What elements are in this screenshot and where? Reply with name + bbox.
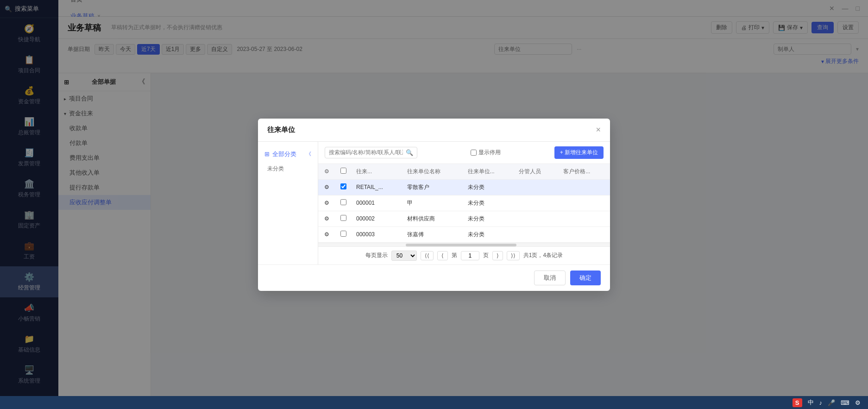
- row-price: [559, 211, 610, 227]
- grid-icon: ⊞: [264, 151, 270, 157]
- modal-table-body: ⚙ RETAIL_... 零散客户 未分类 ⚙ 000001 甲 未分类 ⚙ 0…: [318, 179, 610, 242]
- modal-header: 往来单位 ×: [258, 119, 610, 142]
- row-code: 000003: [352, 227, 403, 242]
- modal-pagination: 每页显示 50 100 ⟨⟨ ⟨ 第 页 ⟩ ⟩⟩ 共1页，4条记录: [318, 246, 610, 264]
- row-name: 张嘉傅: [403, 227, 463, 242]
- modal-title: 往来单位: [267, 126, 295, 134]
- th-name: 往来单位名称: [403, 164, 463, 180]
- th-settings: ⚙: [318, 164, 335, 180]
- row-checkbox-cell: [335, 195, 352, 211]
- modal-toolbar: 🔍 显示停用 + 新增往来单位: [318, 142, 610, 164]
- modal-body: ⊞ 全部分类 《 未分类 🔍 显示停用: [258, 142, 610, 264]
- confirm-button[interactable]: 确定: [570, 271, 601, 285]
- settings-icon: ⚙: [324, 168, 329, 175]
- row-manager: [514, 227, 559, 242]
- row-price: [559, 195, 610, 211]
- scrollbar-thumb: [406, 244, 516, 246]
- th-price: 客户价格...: [559, 164, 610, 180]
- th-code: 往来...: [352, 164, 403, 180]
- row-name: 材料供应商: [403, 211, 463, 227]
- modal-close-button[interactable]: ×: [596, 125, 601, 135]
- mic-icon: 🎤: [828, 399, 835, 406]
- row-category: 未分类: [463, 195, 515, 211]
- row-category: 未分类: [463, 211, 515, 227]
- collapse-modal-sidebar-icon[interactable]: 《: [306, 151, 311, 157]
- row-settings: ⚙: [318, 211, 335, 227]
- prev-page-button[interactable]: ⟨: [437, 251, 448, 260]
- music-icon: ♪: [819, 399, 823, 406]
- select-all-checkbox[interactable]: [340, 168, 346, 174]
- table-row[interactable]: ⚙ 000001 甲 未分类: [318, 195, 610, 211]
- modal-search-icon: 🔍: [406, 149, 413, 156]
- table-row[interactable]: ⚙ RETAIL_... 零散客户 未分类: [318, 179, 610, 195]
- row-checkbox-3[interactable]: [340, 215, 346, 221]
- total-label: 共1页，4条记录: [523, 252, 563, 259]
- per-page-label: 每页显示: [365, 252, 388, 259]
- modal-scrollbar[interactable]: [318, 243, 610, 246]
- th-check: [335, 164, 352, 180]
- modal-sidebar: ⊞ 全部分类 《 未分类: [258, 142, 318, 264]
- modal-overlay: 往来单位 × ⊞ 全部分类 《 未分类 🔍: [0, 0, 868, 409]
- table-row[interactable]: ⚙ 000002 材料供应商 未分类: [318, 211, 610, 227]
- row-category: 未分类: [463, 179, 515, 195]
- status-bar: S 中 ♪ 🎤 ⌨ ⚙: [0, 396, 868, 409]
- partner-table: ⚙ 往来... 往来单位名称 往来单位... 分管人员 客户价格... ⚙: [318, 164, 610, 243]
- last-page-button[interactable]: ⟩⟩: [507, 251, 520, 260]
- page-unit: 页: [483, 252, 489, 259]
- row-manager: [514, 195, 559, 211]
- brand-icon: S: [793, 398, 802, 407]
- next-page-button[interactable]: ⟩: [492, 251, 503, 260]
- page-label: 第: [452, 252, 457, 259]
- lang-indicator[interactable]: 中: [808, 398, 814, 407]
- row-checkbox-4[interactable]: [340, 231, 346, 237]
- th-category: 往来单位...: [463, 164, 515, 180]
- row-category: 未分类: [463, 227, 515, 242]
- row-code: 000002: [352, 211, 403, 227]
- row-price: [559, 179, 610, 195]
- th-manager: 分管人员: [514, 164, 559, 180]
- cancel-button[interactable]: 取消: [534, 271, 566, 285]
- row-settings-icon: ⚙: [324, 184, 329, 190]
- modal-right: 🔍 显示停用 + 新增往来单位 ⚙: [318, 142, 610, 264]
- per-page-select[interactable]: 50 100: [391, 251, 417, 261]
- row-checkbox-cell: [335, 179, 352, 195]
- modal-table-container: ⚙ 往来... 往来单位名称 往来单位... 分管人员 客户价格... ⚙: [318, 164, 610, 243]
- show-disabled-checkbox-label[interactable]: 显示停用: [471, 149, 501, 157]
- modal-search-input[interactable]: [329, 149, 403, 156]
- row-settings-icon: ⚙: [324, 215, 329, 222]
- row-checkbox-cell: [335, 211, 352, 227]
- show-disabled-checkbox[interactable]: [471, 150, 477, 156]
- row-manager: [514, 211, 559, 227]
- row-settings: ⚙: [318, 227, 335, 242]
- row-settings: ⚙: [318, 179, 335, 195]
- table-header-row: ⚙ 往来... 往来单位名称 往来单位... 分管人员 客户价格...: [318, 164, 610, 180]
- page-input[interactable]: [461, 251, 479, 260]
- modal-action-footer: 取消 确定: [258, 264, 610, 291]
- partner-modal: 往来单位 × ⊞ 全部分类 《 未分类 🔍: [258, 119, 610, 291]
- row-settings-icon: ⚙: [324, 200, 329, 206]
- row-code: RETAIL_...: [352, 179, 403, 195]
- row-checkbox-1[interactable]: [340, 183, 346, 189]
- row-settings-icon: ⚙: [324, 231, 329, 238]
- row-checkbox-cell: [335, 227, 352, 242]
- row-settings: ⚙: [318, 195, 335, 211]
- row-code: 000001: [352, 195, 403, 211]
- settings-status-icon[interactable]: ⚙: [855, 399, 861, 406]
- modal-search-box: 🔍: [325, 147, 417, 158]
- modal-sidebar-uncategorized[interactable]: 未分类: [258, 162, 318, 176]
- new-partner-button[interactable]: + 新增往来单位: [554, 146, 604, 159]
- row-price: [559, 227, 610, 242]
- first-page-button[interactable]: ⟨⟨: [421, 251, 434, 260]
- row-checkbox-2[interactable]: [340, 199, 346, 205]
- row-name: 零散客户: [403, 179, 463, 195]
- modal-sidebar-all[interactable]: ⊞ 全部分类 《: [258, 146, 318, 162]
- row-manager: [514, 179, 559, 195]
- keyboard-icon: ⌨: [841, 399, 849, 406]
- table-row[interactable]: ⚙ 000003 张嘉傅 未分类: [318, 227, 610, 242]
- row-name: 甲: [403, 195, 463, 211]
